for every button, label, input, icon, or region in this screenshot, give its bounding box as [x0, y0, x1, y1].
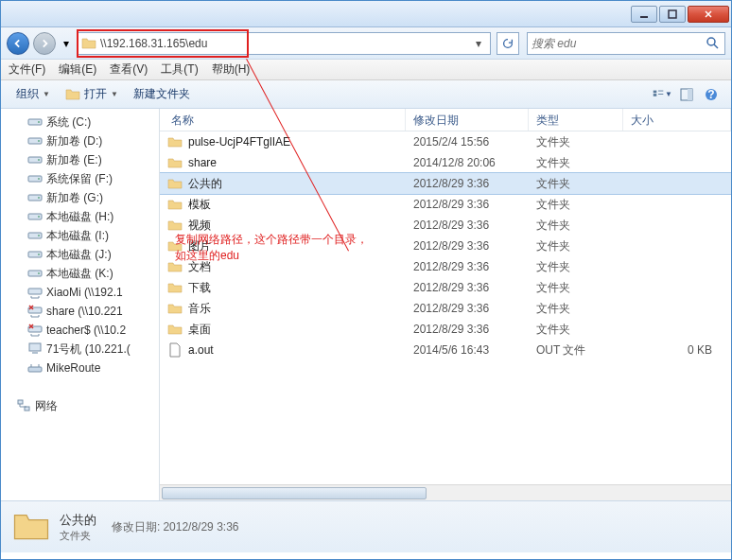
svg-point-24 — [38, 235, 40, 236]
tree-item[interactable]: share (\\10.221 — [1, 302, 159, 321]
details-type: 文件夹 — [60, 529, 96, 543]
open-icon — [65, 87, 80, 102]
svg-point-28 — [38, 272, 40, 274]
tree-item[interactable]: 71号机 (10.221.( — [1, 340, 159, 359]
tree-item[interactable]: 新加卷 (E:) — [1, 150, 159, 169]
svg-point-12 — [38, 121, 40, 123]
svg-rect-8 — [688, 89, 692, 100]
file-row[interactable]: 视频2012/8/29 3:36文件夹 — [160, 215, 731, 236]
file-row[interactable]: pulse-UcjP4FTglIAE2015/2/4 15:56文件夹 — [160, 131, 731, 152]
svg-point-16 — [38, 159, 40, 161]
view-options-button[interactable]: ▼ — [652, 84, 672, 105]
file-row[interactable]: 音乐2012/8/29 3:36文件夹 — [160, 298, 731, 319]
tree-item[interactable]: 新加卷 (G:) — [1, 188, 159, 207]
forward-button[interactable] — [33, 32, 56, 55]
file-row[interactable]: share2014/12/8 20:06文件夹 — [160, 152, 731, 173]
nav-tree[interactable]: 系统 (C:)新加卷 (D:)新加卷 (E:)系统保留 (F:)新加卷 (G:)… — [1, 109, 160, 500]
tree-item[interactable]: 本地磁盘 (H:) — [1, 207, 159, 226]
search-box[interactable] — [527, 32, 725, 55]
organize-button[interactable]: 组织▼ — [9, 86, 58, 102]
file-row[interactable]: 公共的2012/8/29 3:36文件夹 — [160, 173, 731, 194]
svg-rect-35 — [18, 400, 23, 404]
explorer-window: ▾ ▾ 文件(F) 编辑(E) 查看(V) 工具(T) 帮助(H) 组织▼ 打开… — [0, 0, 732, 560]
file-row[interactable]: 桌面2012/8/29 3:36文件夹 — [160, 319, 731, 340]
content-area: 系统 (C:)新加卷 (D:)新加卷 (E:)系统保留 (F:)新加卷 (G:)… — [1, 109, 731, 500]
horizontal-scrollbar[interactable] — [160, 484, 731, 500]
help-button[interactable]: ? — [701, 84, 722, 105]
tree-item[interactable]: 本地磁盘 (I:) — [1, 226, 159, 245]
svg-rect-32 — [29, 343, 41, 351]
svg-rect-34 — [28, 367, 42, 372]
svg-point-26 — [38, 254, 40, 255]
menu-bar: 文件(F) 编辑(E) 查看(V) 工具(T) 帮助(H) — [1, 60, 731, 80]
search-input[interactable] — [532, 37, 706, 50]
column-headers: 名称 修改日期 类型 大小 — [160, 109, 731, 131]
col-size[interactable]: 大小 — [623, 109, 731, 131]
file-row[interactable]: 下载2012/8/29 3:36文件夹 — [160, 277, 731, 298]
file-row[interactable]: 模板2012/8/29 3:36文件夹 — [160, 194, 731, 215]
file-row[interactable]: a.out2014/5/6 16:43OUT 文件0 KB — [160, 340, 731, 360]
open-button[interactable]: 打开▼ — [58, 86, 126, 102]
preview-pane-button[interactable] — [676, 84, 697, 105]
menu-tools[interactable]: 工具(T) — [161, 61, 198, 78]
svg-rect-3 — [654, 90, 657, 93]
search-icon — [706, 36, 721, 51]
svg-rect-0 — [640, 16, 648, 18]
menu-file[interactable]: 文件(F) — [9, 61, 45, 78]
nav-bar: ▾ ▾ — [1, 27, 731, 60]
menu-edit[interactable]: 编辑(E) — [59, 61, 96, 78]
titlebar — [1, 1, 731, 27]
back-button[interactable] — [7, 32, 29, 55]
svg-rect-36 — [25, 407, 29, 411]
svg-rect-6 — [658, 94, 663, 95]
address-dropdown[interactable]: ▾ — [471, 37, 486, 50]
svg-rect-4 — [654, 94, 657, 96]
svg-text:?: ? — [707, 88, 714, 101]
nav-history-dropdown[interactable]: ▾ — [60, 32, 73, 55]
svg-rect-5 — [658, 90, 663, 91]
toolbar: 组织▼ 打开▼ 新建文件夹 ▼ ? — [1, 80, 731, 109]
tree-item[interactable]: 本地磁盘 (K:) — [1, 264, 159, 283]
address-bar[interactable]: ▾ — [77, 32, 491, 55]
tree-item[interactable]: 本地磁盘 (J:) — [1, 245, 159, 264]
svg-rect-33 — [32, 352, 38, 354]
tree-item[interactable]: teacher$ (\\10.2 — [1, 321, 159, 340]
menu-view[interactable]: 查看(V) — [110, 61, 148, 78]
details-meta: 修改日期: 2012/8/29 3:36 — [112, 519, 238, 535]
tree-item[interactable]: 系统 (C:) — [1, 113, 159, 131]
col-name[interactable]: 名称 — [160, 109, 406, 131]
svg-rect-1 — [669, 10, 676, 18]
svg-point-2 — [707, 38, 715, 45]
refresh-button[interactable] — [497, 32, 519, 55]
folder-icon — [12, 508, 50, 546]
col-date[interactable]: 修改日期 — [406, 109, 529, 131]
minimize-button[interactable] — [631, 6, 657, 23]
svg-rect-29 — [28, 289, 42, 294]
tree-item[interactable]: XiaoMi (\\192.1 — [1, 283, 159, 302]
svg-point-20 — [38, 197, 40, 199]
svg-point-18 — [38, 178, 40, 180]
menu-help[interactable]: 帮助(H) — [212, 61, 251, 78]
tree-network[interactable]: 网络 — [1, 396, 159, 415]
col-type[interactable]: 类型 — [529, 109, 623, 131]
tree-item[interactable]: 系统保留 (F:) — [1, 169, 159, 188]
folder-icon — [81, 36, 96, 51]
close-button[interactable] — [688, 6, 729, 23]
file-list[interactable]: pulse-UcjP4FTglIAE2015/2/4 15:56文件夹share… — [160, 131, 731, 484]
details-name: 公共的 — [60, 512, 96, 529]
file-row[interactable]: 图片2012/8/29 3:36文件夹 — [160, 236, 731, 256]
maximize-button[interactable] — [659, 6, 686, 23]
file-row[interactable]: 文档2012/8/29 3:36文件夹 — [160, 256, 731, 277]
tree-item[interactable]: MikeRoute — [1, 359, 159, 377]
tree-item[interactable]: 新加卷 (D:) — [1, 131, 159, 150]
details-pane: 公共的 文件夹 修改日期: 2012/8/29 3:36 — [1, 500, 731, 552]
file-panel: 名称 修改日期 类型 大小 pulse-UcjP4FTglIAE2015/2/4… — [160, 109, 731, 500]
new-folder-button[interactable]: 新建文件夹 — [126, 86, 198, 102]
address-input[interactable] — [100, 37, 471, 50]
svg-point-14 — [38, 140, 40, 142]
svg-point-22 — [38, 216, 40, 218]
